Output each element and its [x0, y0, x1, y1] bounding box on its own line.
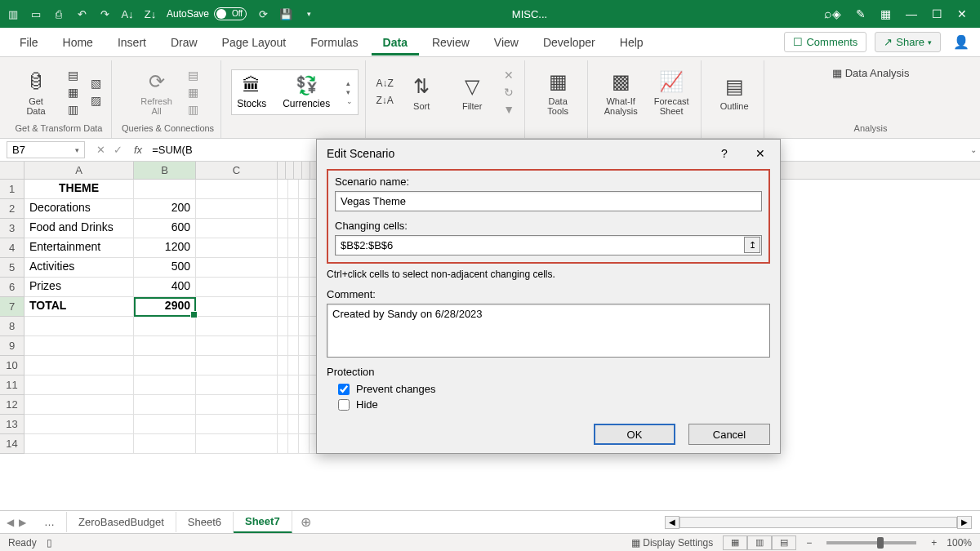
cell[interactable]	[288, 219, 299, 238]
forecast-sheet-button[interactable]: 📈Forecast Sheet	[648, 69, 694, 116]
name-box[interactable]: B7▾	[7, 141, 85, 158]
sort-za-icon[interactable]: Z↓A	[376, 93, 394, 108]
row-header[interactable]: 5	[0, 258, 24, 278]
display-settings-button[interactable]: ▦ Display Settings	[631, 537, 713, 549]
tab-draw[interactable]: Draw	[159, 29, 209, 56]
row-header[interactable]: 9	[0, 336, 24, 356]
cell[interactable]	[288, 258, 299, 278]
from-web-icon[interactable]: ▦	[64, 85, 82, 100]
zoom-slider[interactable]	[826, 541, 916, 544]
from-table-icon[interactable]: ▥	[64, 102, 82, 117]
properties-icon[interactable]: ▦	[185, 85, 203, 100]
cell[interactable]	[299, 336, 310, 356]
cell[interactable]	[288, 356, 299, 375]
cell[interactable]	[196, 180, 278, 199]
cell[interactable]: 400	[134, 278, 196, 297]
cell[interactable]	[299, 297, 310, 317]
cell[interactable]: 500	[134, 258, 196, 278]
cell[interactable]	[299, 258, 310, 278]
cell[interactable]	[196, 336, 278, 356]
column-header[interactable]: A	[24, 162, 134, 179]
comment-textarea[interactable]: Created by Sandy on 6/28/2023	[327, 304, 770, 358]
cancel-formula-icon[interactable]: ✕	[96, 144, 105, 156]
dialog-close-button[interactable]: ✕	[751, 147, 770, 160]
sheet-nav-prev-icon[interactable]: ◀	[7, 517, 14, 528]
cell[interactable]: THEME	[24, 180, 134, 199]
cell[interactable]	[196, 219, 278, 238]
row-header[interactable]: 2	[0, 199, 24, 219]
page-layout-view-icon[interactable]: ▥	[747, 535, 772, 550]
tab-view[interactable]: View	[483, 29, 530, 56]
existing-conn-icon[interactable]: ▨	[87, 93, 105, 108]
fx-icon[interactable]: fx	[134, 144, 142, 156]
cell[interactable]	[288, 278, 299, 297]
cell[interactable]	[24, 356, 134, 375]
comments-button[interactable]: ☐ Comments	[784, 32, 866, 52]
tab-help[interactable]: Help	[608, 29, 655, 56]
cell[interactable]	[278, 336, 288, 356]
formula-expand-icon[interactable]: ⌄	[967, 145, 980, 154]
zoom-level[interactable]: 100%	[947, 537, 972, 549]
prevent-changes-checkbox[interactable]: Prevent changes	[338, 383, 770, 395]
data-analysis-button[interactable]: ▦ Data Analysis	[832, 64, 910, 82]
advanced-icon[interactable]: ▼	[500, 102, 518, 117]
pen-icon[interactable]: ✎	[856, 7, 866, 20]
filter-button[interactable]: ▽Filter	[449, 73, 495, 111]
ribbon-mode-icon[interactable]: ▦	[880, 7, 891, 20]
cell[interactable]	[24, 415, 134, 434]
cell[interactable]	[196, 297, 278, 317]
print-icon[interactable]: ⎙	[51, 6, 67, 22]
cell[interactable]	[196, 415, 278, 434]
row-header[interactable]: 14	[0, 434, 24, 454]
undo-icon[interactable]: ↶	[74, 6, 90, 22]
minimize-button[interactable]: —	[906, 7, 917, 20]
cell[interactable]	[134, 317, 196, 336]
refresh-all-button[interactable]: ⟳ Refresh All	[134, 69, 180, 116]
column-header[interactable]: B	[134, 162, 196, 179]
column-header[interactable]	[294, 162, 302, 179]
cell[interactable]: Entertainment	[24, 238, 134, 258]
row-header[interactable]: 3	[0, 219, 24, 238]
outline-button[interactable]: ▤Outline	[711, 73, 757, 111]
maximize-button[interactable]: ☐	[932, 7, 942, 20]
row-header[interactable]: 8	[0, 317, 24, 336]
cell[interactable]	[278, 415, 288, 434]
queries-icon[interactable]: ▤	[185, 68, 203, 82]
cell[interactable]	[299, 434, 310, 454]
cell[interactable]	[134, 375, 196, 395]
cell[interactable]	[134, 415, 196, 434]
cell[interactable]	[196, 238, 278, 258]
save-icon[interactable]: 💾	[278, 6, 294, 22]
cell[interactable]: 200	[134, 199, 196, 219]
add-sheet-button[interactable]: ⊕	[292, 514, 319, 530]
cell[interactable]	[278, 278, 288, 297]
ok-button[interactable]: OK	[594, 424, 675, 445]
cell[interactable]	[278, 317, 288, 336]
cell[interactable]	[299, 317, 310, 336]
get-data-button[interactable]: 🛢 Get Data	[13, 69, 59, 116]
select-all-corner[interactable]	[0, 162, 24, 180]
cell[interactable]	[134, 180, 196, 199]
cell[interactable]	[288, 199, 299, 219]
cell[interactable]: 600	[134, 219, 196, 238]
zoom-in-button[interactable]: +	[931, 537, 937, 549]
row-header[interactable]: 12	[0, 395, 24, 415]
cell[interactable]	[299, 415, 310, 434]
tab-data[interactable]: Data	[372, 29, 419, 56]
sort-asc-icon[interactable]: A↓	[119, 6, 136, 22]
cell[interactable]	[24, 395, 134, 415]
cell[interactable]	[288, 317, 299, 336]
cell[interactable]	[288, 434, 299, 454]
page-break-view-icon[interactable]: ▤	[772, 535, 796, 550]
tab-home[interactable]: Home	[51, 29, 105, 56]
cell[interactable]	[299, 375, 310, 395]
cell[interactable]	[134, 336, 196, 356]
cell[interactable]	[196, 258, 278, 278]
new-icon[interactable]: ▥	[5, 6, 21, 22]
sort-button[interactable]: ⇅Sort	[399, 73, 444, 111]
sort-desc-icon[interactable]: Z↓	[142, 6, 158, 22]
cell[interactable]	[196, 199, 278, 219]
refresh-icon[interactable]: ⟳	[255, 6, 271, 22]
row-header[interactable]: 13	[0, 415, 24, 434]
cell[interactable]	[299, 199, 310, 219]
